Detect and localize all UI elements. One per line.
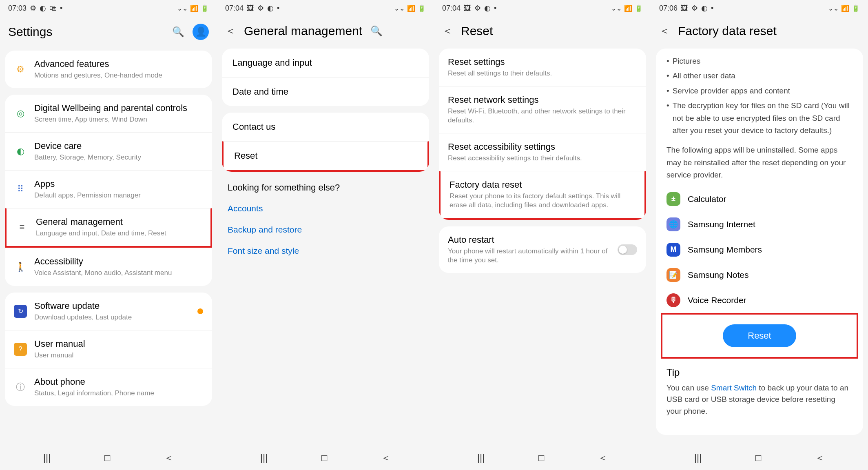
home-button[interactable]: □	[104, 452, 111, 463]
back-icon[interactable]: ＜	[442, 24, 453, 38]
search-icon[interactable]: 🔍	[172, 26, 184, 38]
factory-content: •Pictures •All other user data •Service …	[656, 49, 863, 435]
battery-icon: 🔋	[201, 4, 209, 12]
app-calculator: ±Calculator	[656, 186, 863, 212]
app-notes: 📝Samsung Notes	[656, 262, 863, 288]
image-icon: 🖼	[247, 4, 254, 13]
about-phone-item[interactable]: ⓘ About phoneStatus, Legal information, …	[5, 368, 212, 406]
software-update-item[interactable]: ↻ Software updateDownload updates, Last …	[5, 293, 212, 330]
settings-group-2: ◎ Digital Wellbeing and parental control…	[5, 95, 212, 286]
image-icon: 🖼	[681, 4, 688, 13]
avatar[interactable]: 👤	[193, 24, 209, 40]
gm-group-1: Language and input Date and time	[222, 49, 429, 106]
back-button[interactable]: ＜	[381, 451, 391, 464]
image-icon: 🖼	[464, 4, 471, 13]
header: ＜ General management 🔍	[217, 16, 434, 45]
manual-icon: ?	[14, 343, 27, 356]
app-members: MSamsung Members	[656, 237, 863, 262]
status-time: 07:06	[659, 4, 678, 13]
gear-icon: ⚙	[257, 4, 264, 13]
accessibility-icon: 🚶	[14, 261, 27, 274]
wifi-icon: ⌄⌄	[611, 4, 622, 12]
status-time: 07:04	[442, 4, 461, 13]
cloud-icon: ◐	[40, 4, 46, 13]
recorder-icon: 🎙	[666, 293, 680, 307]
home-button[interactable]: □	[538, 452, 545, 463]
gear-icon: ⚙	[14, 63, 27, 76]
auto-restart-group: Auto restartYour phone will restart auto…	[439, 226, 646, 273]
apps-item[interactable]: ⠿ AppsDefault apps, Permission manager	[5, 170, 212, 208]
accounts-link[interactable]: Accounts	[217, 198, 434, 219]
status-time: 07:04	[225, 4, 244, 13]
advanced-features-item[interactable]: ⚙ Advanced featuresMotions and gestures,…	[5, 51, 212, 88]
reset-screen: 07:04 🖼 ⚙ ◐ • ⌄⌄ 📶 🔋 ＜ Reset Reset setti…	[434, 0, 651, 470]
settings-group-3: ↻ Software updateDownload updates, Last …	[5, 293, 212, 406]
wellbeing-item[interactable]: ◎ Digital Wellbeing and parental control…	[5, 95, 212, 132]
app-internet: 🌐Samsung Internet	[656, 212, 863, 237]
date-time-item[interactable]: Date and time	[222, 77, 429, 106]
reset-button[interactable]: Reset	[723, 324, 796, 347]
back-button[interactable]: ＜	[815, 451, 825, 464]
recents-button[interactable]: |||	[477, 452, 485, 463]
page-title: Reset	[461, 24, 493, 38]
signal-icon: 📶	[190, 4, 198, 12]
back-button[interactable]: ＜	[598, 451, 608, 464]
auto-restart-toggle[interactable]	[618, 244, 637, 255]
device-care-item[interactable]: ◐ Device careBattery, Storage, Memory, S…	[5, 132, 212, 170]
reset-settings-item[interactable]: Reset settingsReset all settings to thei…	[439, 49, 646, 86]
factory-reset-item[interactable]: Factory data resetReset your phone to it…	[439, 171, 646, 219]
settings-screen: 07:03 ⚙ ◐ 🛍 • ⌄⌄ 📶 🔋 Settings 🔍 👤 ⚙ Adva…	[0, 0, 217, 470]
recents-button[interactable]: |||	[43, 452, 51, 463]
reset-item[interactable]: Reset	[222, 141, 429, 172]
device-care-icon: ◐	[14, 145, 27, 158]
status-bar: 07:03 ⚙ ◐ 🛍 • ⌄⌄ 📶 🔋	[0, 0, 217, 16]
contact-us-item[interactable]: Contact us	[222, 113, 429, 141]
internet-icon: 🌐	[666, 217, 680, 231]
back-icon[interactable]: ＜	[225, 24, 236, 38]
gear-icon: ⚙	[691, 4, 698, 13]
header: ＜ Reset	[434, 16, 651, 45]
smart-switch-link[interactable]: Smart Switch	[711, 384, 757, 392]
reset-group: Reset settingsReset all settings to thei…	[439, 49, 646, 220]
status-bar: 07:04 🖼 ⚙ ◐ • ⌄⌄ 📶 🔋	[434, 0, 651, 16]
uninstall-text: The following apps will be uninstalled. …	[656, 144, 863, 181]
nav-bar: ||| □ ＜	[434, 446, 651, 470]
gear-icon: ⚙	[474, 4, 481, 13]
wifi-icon: ⌄⌄	[394, 4, 405, 12]
accessibility-item[interactable]: 🚶 AccessibilityVoice Assistant, Mono aud…	[5, 248, 212, 286]
status-bar: 07:06 🖼 ⚙ ◐ • ⌄⌄ 📶 🔋	[651, 0, 868, 16]
tip-text: You can use Smart Switch to back up your…	[656, 382, 863, 426]
user-manual-item[interactable]: ? User manualUser manual	[5, 330, 212, 368]
page-title: Factory data reset	[678, 24, 777, 38]
back-button[interactable]: ＜	[164, 451, 174, 464]
battery-icon: 🔋	[852, 4, 860, 12]
wellbeing-icon: ◎	[14, 107, 27, 120]
status-bar: 07:04 🖼 ⚙ ◐ • ⌄⌄ 📶 🔋	[217, 0, 434, 16]
auto-restart-item[interactable]: Auto restartYour phone will restart auto…	[439, 226, 646, 273]
search-icon[interactable]: 🔍	[370, 25, 383, 37]
recents-button[interactable]: |||	[260, 452, 268, 463]
back-icon[interactable]: ＜	[659, 24, 670, 38]
settings-group-1: ⚙ Advanced featuresMotions and gestures,…	[5, 51, 212, 88]
members-icon: M	[666, 243, 680, 257]
header: ＜ Factory data reset	[651, 16, 868, 45]
home-button[interactable]: □	[755, 452, 762, 463]
factory-reset-screen: 07:06 🖼 ⚙ ◐ • ⌄⌄ 📶 🔋 ＜ Factory data rese…	[651, 0, 868, 470]
home-button[interactable]: □	[321, 452, 328, 463]
backup-link[interactable]: Backup and restore	[217, 219, 434, 240]
looking-heading: Looking for something else?	[217, 175, 434, 198]
nav-bar: ||| □ ＜	[217, 446, 434, 470]
bag-icon: 🛍	[49, 4, 57, 13]
erase-list: •Pictures •All other user data •Service …	[656, 55, 863, 137]
page-title: General management	[244, 24, 362, 38]
app-recorder: 🎙Voice Recorder	[656, 288, 863, 313]
recents-button[interactable]: |||	[694, 452, 702, 463]
update-icon: ↻	[14, 305, 27, 318]
battery-icon: 🔋	[635, 4, 643, 12]
reset-accessibility-item[interactable]: Reset accessibility settingsReset access…	[439, 133, 646, 171]
language-input-item[interactable]: Language and input	[222, 49, 429, 77]
font-link[interactable]: Font size and style	[217, 240, 434, 262]
reset-network-item[interactable]: Reset network settingsReset Wi-Fi, Bluet…	[439, 86, 646, 133]
cloud-icon: ◐	[484, 4, 491, 13]
general-management-item[interactable]: ≡ General managementLanguage and input, …	[5, 208, 212, 248]
